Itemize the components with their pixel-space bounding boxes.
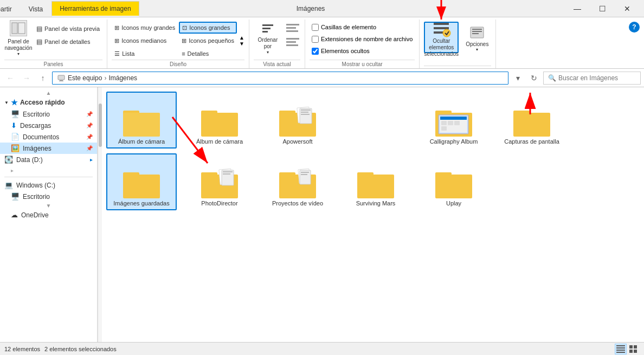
layout-expand-button[interactable]: ▲▼	[239, 35, 244, 47]
folder-uplay[interactable]: Uplay	[418, 153, 489, 210]
address-bar: ← → ↑ Este equipo › Imágenes ▾ ↻ 🔍	[0, 69, 644, 87]
folder-album-camara-1[interactable]: Álbum de cámara	[106, 92, 177, 149]
tab-herramientas[interactable]: Herramientas de imagen	[51, 1, 139, 16]
details-view-button[interactable]	[615, 344, 627, 354]
svg-rect-77	[634, 350, 637, 353]
svg-rect-12	[434, 27, 449, 29]
sidebar-scroll-thumb[interactable]	[99, 104, 102, 147]
large-icons-view-button[interactable]	[628, 344, 640, 354]
iconos-medianos-button[interactable]: ⊞ Iconos medianos	[112, 35, 178, 47]
scroll-down-indicator[interactable]: ▼	[0, 202, 97, 209]
folder-proyectos[interactable]: Proyectos de vídeo	[262, 153, 333, 210]
folder-label-apowersoft: Apowersoft	[282, 138, 312, 145]
opciones-button[interactable]: Opciones ▾	[463, 22, 491, 53]
tab-compartir[interactable]: Compartir	[0, 2, 20, 16]
ribbon-group-actions: Ocultar elementosseleccionados Opciones …	[420, 20, 496, 68]
folder-icon-photo	[200, 167, 239, 199]
iconos-muy-grandes-button[interactable]: ⊞ Iconos muy grandes	[112, 22, 178, 34]
folder-album-camara-2[interactable]: Álbum de cámara	[184, 92, 255, 149]
svg-rect-67	[357, 172, 373, 177]
forward-button[interactable]: →	[20, 71, 34, 85]
folder-photodirector[interactable]: PhotoDirector	[184, 153, 255, 210]
svg-rect-74	[629, 345, 633, 348]
back-button[interactable]: ←	[3, 71, 17, 85]
column-sort-buttons	[285, 22, 300, 52]
address-dropdown-button[interactable]: ▾	[511, 71, 525, 85]
svg-rect-17	[472, 31, 482, 32]
folder-label-uplay: Uplay	[446, 199, 461, 207]
list-icon: ☰	[114, 50, 120, 57]
scroll-up-indicator[interactable]: ▲	[0, 89, 97, 96]
maximize-button[interactable]: ☐	[590, 0, 615, 17]
sidebar-section-acceso-rapido[interactable]: ▼ ★ Acceso rápido	[0, 96, 97, 108]
elementos-ocultos-checkbox[interactable]: Elementos ocultos	[310, 46, 415, 56]
svg-rect-52	[123, 175, 160, 198]
svg-rect-45	[440, 117, 467, 120]
iconos-pequenos-button[interactable]: ⊞ Iconos pequeños	[179, 35, 237, 47]
iconos-grandes-button[interactable]: ⊡ Iconos grandes	[179, 22, 237, 34]
mostrar-ocultar-label: Mostrar u ocultar	[310, 60, 415, 67]
panel-navegacion-button[interactable]: Panel denavegación ▾	[4, 22, 33, 53]
minimize-button[interactable]: —	[565, 0, 590, 17]
opciones-label: Opciones	[466, 41, 488, 47]
folder-surviving-mars[interactable]: Surviving Mars	[340, 153, 411, 210]
expand-more[interactable]: ▸	[0, 165, 97, 175]
sidebar-item-documentos[interactable]: 📄 Documentos 📌	[0, 131, 97, 143]
sidebar-item-escritorio-2[interactable]: 🖥️ Escritorio	[0, 191, 97, 202]
tab-vista[interactable]: Vista	[21, 2, 51, 16]
chevron-icon: ▼	[4, 100, 9, 105]
folder-calligraphy[interactable]: Calligraphy Album	[418, 92, 489, 149]
svg-rect-31	[201, 113, 238, 137]
casillas-elemento-input[interactable]	[312, 24, 319, 31]
sidebar-item-descargas[interactable]: ⬇ Descargas 📌	[0, 120, 97, 131]
folder-label-1: Álbum de cámara	[118, 138, 165, 145]
detalles-button[interactable]: ≡ Detalles	[179, 48, 237, 60]
folder-icon-capturas	[512, 105, 551, 138]
svg-rect-10	[286, 44, 298, 46]
folder-apowersoft[interactable]: Apowersoft	[262, 92, 333, 149]
sidebar-item-windows-c[interactable]: 💻 Windows (C:)	[0, 179, 97, 191]
svg-rect-66	[357, 175, 394, 198]
sidebar-item-onedrive[interactable]: ☁ OneDrive	[0, 209, 97, 221]
ocultar-elementos-button[interactable]: Ocultar elementosseleccionados	[424, 22, 459, 53]
panel-vista-previa-button[interactable]: ▤ Panel de vista previa	[34, 23, 102, 35]
empty-slot	[340, 92, 411, 149]
help-icon[interactable]: ?	[624, 20, 644, 68]
svg-rect-57	[222, 170, 234, 185]
elementos-ocultos-input[interactable]	[312, 48, 319, 55]
pin-icon4: 📌	[86, 145, 93, 151]
svg-rect-68	[435, 175, 472, 198]
address-path[interactable]: Este equipo › Imágenes	[52, 72, 508, 85]
extensiones-checkbox[interactable]: Extensiones de nombre de archivo	[310, 34, 415, 44]
details-icon: ≡	[182, 50, 185, 57]
svg-rect-9	[286, 41, 296, 43]
folder-capturas[interactable]: Capturas de pantalla	[497, 92, 567, 149]
lista-button[interactable]: ☰ Lista	[112, 48, 178, 60]
close-button[interactable]: ✕	[615, 0, 640, 17]
search-input[interactable]	[558, 74, 636, 82]
svg-rect-69	[435, 172, 452, 177]
panel-detalles-button[interactable]: ▤ Panel de detalles	[34, 36, 102, 48]
windows-drive-icon: 💻	[4, 181, 13, 189]
star-icon: ★	[11, 98, 18, 107]
up-button[interactable]: ↑	[36, 71, 50, 85]
refresh-button[interactable]: ↻	[527, 71, 541, 85]
casillas-elemento-checkbox[interactable]: Casillas de elemento	[310, 22, 415, 33]
extensiones-input[interactable]	[312, 36, 319, 43]
pin-icon: 📌	[86, 111, 93, 117]
sidebar-item-data-d[interactable]: 💽 Data (D:) ▸	[0, 154, 97, 165]
sidebar-item-escritorio[interactable]: 🖥️ Escritorio 📌	[0, 108, 97, 120]
title-bar: 💾 ↩ ▾ Archivo Inicio Compartir Vista Her…	[0, 0, 644, 17]
folder-imagenes-guardadas[interactable]: Imágenes guardadas	[106, 153, 177, 210]
sidebar-item-imagenes[interactable]: 🖼️ Imágenes 📌	[0, 143, 97, 154]
svg-rect-30	[123, 113, 160, 137]
view-icon: ⊞	[114, 24, 119, 31]
path-imagenes[interactable]: Imágenes	[108, 74, 137, 82]
folder-icon-proyectos	[278, 167, 317, 199]
desktop-icon: 🖥️	[11, 110, 20, 118]
svg-rect-47	[448, 121, 453, 125]
folder-icon-surviving	[356, 167, 395, 199]
path-este-equipo[interactable]: Este equipo	[68, 74, 102, 82]
paneles-label: Paneles	[4, 60, 102, 67]
ordenar-por-button[interactable]: Ordenar por ▾	[254, 22, 282, 53]
